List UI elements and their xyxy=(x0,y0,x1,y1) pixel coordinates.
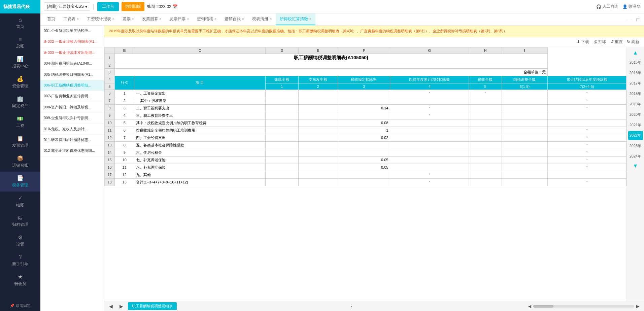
d-14[interactable] xyxy=(298,149,338,156)
d-18[interactable] xyxy=(298,178,338,186)
scroll-bar[interactable] xyxy=(533,305,634,308)
f-12[interactable] xyxy=(390,134,469,141)
h-9[interactable] xyxy=(502,112,547,119)
c-13[interactable] xyxy=(266,141,298,149)
tab-salary-report[interactable]: 工资统计报表 × xyxy=(83,13,118,25)
user-button[interactable]: 👤 徐泽华 xyxy=(622,4,641,9)
d-11[interactable] xyxy=(298,127,338,134)
e-16[interactable]: 0.05 xyxy=(338,164,390,171)
list-item-011[interactable]: 011-研发费用加计扣除优惠... xyxy=(40,135,104,145)
list-item-003[interactable]: ⊗003-一般企业成本支出明细... xyxy=(40,47,104,58)
year-down-button[interactable]: ▼ xyxy=(632,162,640,170)
year-2021[interactable]: 2021年 xyxy=(628,120,643,130)
g-9[interactable] xyxy=(469,112,502,119)
e-18[interactable] xyxy=(338,178,390,186)
g-13[interactable] xyxy=(469,141,502,149)
h-16[interactable] xyxy=(502,164,547,171)
list-item-005[interactable]: 005-纳税调整项目明细表(A1... xyxy=(40,69,104,80)
g-15[interactable] xyxy=(469,156,502,164)
d-12[interactable] xyxy=(298,134,338,141)
g-17[interactable] xyxy=(469,171,502,178)
i-17[interactable] xyxy=(548,171,626,178)
h-13[interactable] xyxy=(502,141,547,149)
f-13[interactable] xyxy=(390,141,469,149)
e-9[interactable] xyxy=(338,112,390,119)
sidebar-item-tax[interactable]: 📑 税务管理 xyxy=(0,172,40,192)
c-9[interactable] xyxy=(266,112,298,119)
table-wrapper[interactable]: B C D E F G H I xyxy=(104,47,626,301)
bottom-next-button[interactable]: ▶ xyxy=(117,303,125,310)
year-2024[interactable]: 2024年 xyxy=(628,152,643,161)
year-2023[interactable]: 2023年 xyxy=(628,141,643,150)
tab-minimize-button[interactable]: — xyxy=(624,16,633,23)
list-item-004[interactable]: 004-期间费用明细表(A1040... xyxy=(40,58,104,69)
scroll-right-icon[interactable]: ▶ xyxy=(634,303,641,309)
e-11[interactable]: 1 xyxy=(338,127,390,134)
f-7[interactable] xyxy=(390,97,469,104)
sidebar-item-archive[interactable]: 🗂 归档管理 xyxy=(0,211,40,231)
i-10[interactable] xyxy=(548,119,626,127)
reset-button[interactable]: ↺ 重置 xyxy=(610,39,623,45)
e-14[interactable] xyxy=(338,149,390,156)
year-2017[interactable]: 2017年 xyxy=(628,79,643,88)
sidebar-item-guide[interactable]: ? 新手引导 xyxy=(0,251,40,270)
f-16[interactable] xyxy=(390,164,469,171)
tab-invoice-open-close[interactable]: × xyxy=(187,17,189,21)
sidebar-item-home[interactable]: ⌂ 首页 xyxy=(0,13,40,33)
list-item-002[interactable]: ⊗002-一般企业收入明细表(A1... xyxy=(40,36,104,47)
c-7[interactable] xyxy=(266,97,298,104)
h-15[interactable] xyxy=(502,156,547,164)
tab-invoice-calc-close[interactable]: × xyxy=(160,17,162,21)
c-6[interactable] xyxy=(266,90,298,97)
c-17[interactable] xyxy=(266,171,298,178)
tab-purchase-check[interactable]: 进销稽核 × xyxy=(193,13,221,25)
scroll-left-icon[interactable]: ◀ xyxy=(526,303,533,309)
list-item-009[interactable]: 009-企业所得税弥补亏损明... xyxy=(40,113,104,124)
year-2019[interactable]: 2019年 xyxy=(628,100,643,109)
d-15[interactable] xyxy=(298,156,338,164)
unpin-button[interactable]: 📌 取消固定 xyxy=(0,301,40,311)
tab-income-tax-close[interactable]: × xyxy=(309,17,311,21)
year-2018[interactable]: 2018年 xyxy=(628,89,643,98)
h-18[interactable] xyxy=(502,178,547,186)
e-17[interactable] xyxy=(338,171,390,178)
h-11[interactable] xyxy=(502,127,547,134)
d-13[interactable] xyxy=(298,141,338,149)
h-8[interactable] xyxy=(502,104,547,112)
f-10[interactable] xyxy=(390,119,469,127)
tab-invoice-close[interactable]: × xyxy=(132,17,134,21)
year-up-button[interactable]: ▲ xyxy=(632,48,640,57)
download-button[interactable]: ⬇ 下载 xyxy=(577,39,589,45)
switch-version-button[interactable]: 切到旧版 xyxy=(122,2,144,11)
workbench-button[interactable]: 工作台 xyxy=(97,2,119,11)
year-2015[interactable]: 2015年 xyxy=(628,58,643,67)
sidebar-item-salary[interactable]: 💵 工资 xyxy=(0,112,40,132)
g-11[interactable] xyxy=(469,127,502,134)
e-13[interactable] xyxy=(338,141,390,149)
tab-purchase-ledger-close[interactable]: × xyxy=(242,17,244,21)
tab-invoice-calc[interactable]: 发票测算 × xyxy=(138,13,166,25)
c-11[interactable] xyxy=(266,127,298,134)
e-6[interactable] xyxy=(338,90,390,97)
sidebar-item-funds[interactable]: 💰 资金管理 xyxy=(0,72,40,92)
d-10[interactable] xyxy=(298,119,338,127)
c-10[interactable] xyxy=(266,119,298,127)
refresh-button[interactable]: ↻ 刷新 xyxy=(627,39,639,45)
support-button[interactable]: 🎧 人工咨询 xyxy=(596,4,618,9)
f-11[interactable] xyxy=(390,127,469,134)
company-selector[interactable]: (勿删) 江西赣宝-LSS ▾ xyxy=(44,2,90,11)
tab-salary-close[interactable]: × xyxy=(77,17,79,21)
e-15[interactable]: 0.05 xyxy=(338,156,390,164)
tab-tax-list-close[interactable]: × xyxy=(270,17,272,21)
sidebar-item-settings[interactable]: ⚙ 设置 xyxy=(0,231,40,251)
g-12[interactable] xyxy=(469,134,502,141)
tab-invoice-open[interactable]: 发票开票 × xyxy=(165,13,193,25)
year-2020[interactable]: 2020年 xyxy=(628,110,643,119)
c-14[interactable] xyxy=(266,149,298,156)
h-17[interactable] xyxy=(502,171,547,178)
sidebar-item-reports[interactable]: 📊 报表中心 xyxy=(0,53,40,72)
sidebar-item-assets[interactable]: 🏢 固定资产 xyxy=(0,92,40,112)
h-14[interactable] xyxy=(502,149,547,156)
list-item-007[interactable]: 007-广告费和业务宣传费明... xyxy=(40,91,104,102)
c-12[interactable] xyxy=(266,134,298,141)
